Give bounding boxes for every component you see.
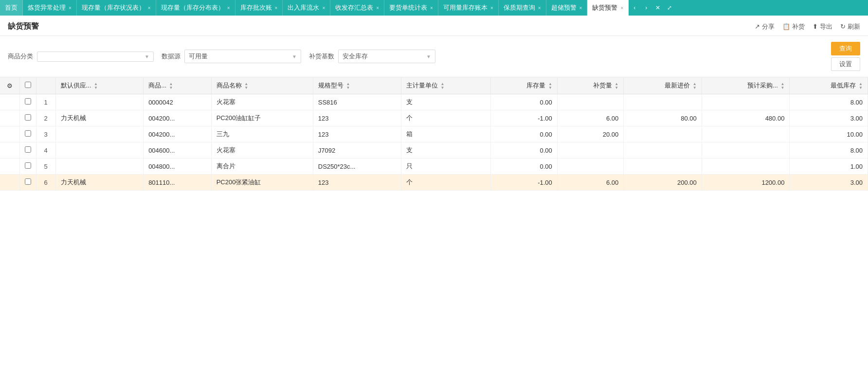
tab-order-stats[interactable]: 要货单统计表 × [384, 0, 438, 16]
col-min-stock[interactable]: 最低库存 ▲▼ [790, 77, 868, 94]
col-latest-price[interactable]: 最新进价 ▲▼ [624, 77, 702, 94]
row-checkbox-cell[interactable] [19, 94, 36, 110]
row-spec: 123 [313, 110, 401, 126]
table-header-row: ⚙ 默认供应... ▲▼ 商品... ▲▼ 商品名称 [0, 77, 868, 94]
row-unit: 箱 [401, 126, 491, 142]
row-latest-price: 80.00 [624, 110, 702, 126]
col-name[interactable]: 商品名称 ▲▼ [211, 77, 313, 94]
query-button[interactable]: 查询 [831, 42, 860, 55]
select-all-checkbox[interactable] [25, 82, 31, 88]
row-latest-price [624, 94, 702, 110]
latest-price-sort-icon[interactable]: ▲▼ [693, 82, 697, 90]
tab-stock-status[interactable]: 现存量（库存状况表） × [77, 0, 156, 16]
row-spec: 123 [313, 126, 401, 142]
table-container: ⚙ 默认供应... ▲▼ 商品... ▲▼ 商品名称 [0, 77, 868, 387]
tab-exception-close[interactable]: × [69, 5, 72, 11]
row-number: 3 [36, 126, 55, 142]
share-button[interactable]: ↗ 分享 [755, 22, 775, 31]
category-label: 商品分类 [8, 52, 33, 61]
replenish-button[interactable]: 📋 补货 [782, 22, 805, 31]
row-checkbox[interactable] [25, 146, 31, 153]
table-row: 4 004600... 火花塞 J7092 支 0.00 8.00 [0, 142, 868, 158]
row-checkbox-cell[interactable] [19, 126, 36, 142]
row-latest-price [624, 142, 702, 158]
tab-batch-account[interactable]: 库存批次账 × [235, 0, 283, 16]
tab-stock-status-close[interactable]: × [148, 5, 151, 11]
row-checkbox-cell[interactable] [19, 110, 36, 126]
row-checkbox-cell[interactable] [19, 142, 36, 158]
datasource-select[interactable]: 可用量 ▼ [184, 50, 301, 63]
row-checkbox[interactable] [25, 98, 31, 105]
tab-shortage[interactable]: 缺货预警 × [587, 0, 629, 16]
row-checkbox-cell[interactable] [19, 175, 36, 191]
row-code: 801110... [144, 175, 212, 191]
row-replenish [557, 158, 623, 175]
tab-home[interactable]: 首页 [0, 0, 23, 16]
tab-stock-dist-close[interactable]: × [227, 5, 230, 11]
row-name: 三九 [211, 126, 313, 142]
row-supplier: 力天机械 [55, 175, 144, 191]
tab-order-stats-close[interactable]: × [430, 5, 433, 11]
est-purchase-sort-icon[interactable]: ▲▼ [780, 82, 784, 90]
tab-maximize[interactable]: ⤢ [664, 0, 675, 16]
unit-sort-icon[interactable]: ▲▼ [440, 82, 444, 90]
tab-scroll-right[interactable]: › [640, 0, 652, 16]
tab-batch-account-close[interactable]: × [275, 5, 278, 11]
col-estimated-purchase[interactable]: 预计采购... ▲▼ [702, 77, 790, 94]
settings-button[interactable]: 设置 [831, 57, 860, 71]
row-replenish: 6.00 [557, 175, 623, 191]
refresh-button[interactable]: ↻ 刷新 [840, 22, 860, 31]
export-button[interactable]: ⬆ 导出 [813, 22, 832, 31]
row-number: 1 [36, 94, 55, 110]
col-replenish[interactable]: 补货量 ▲▼ [557, 77, 623, 94]
replenish-base-select[interactable]: 安全库存 ▼ [338, 50, 435, 63]
tab-close-all[interactable]: ✕ [652, 0, 664, 16]
col-unit[interactable]: 主计量单位 ▲▼ [401, 77, 491, 94]
row-checkbox-cell[interactable] [19, 158, 36, 175]
tab-inout-flow[interactable]: 出入库流水 × [283, 0, 330, 16]
tab-shortage-close[interactable]: × [620, 5, 623, 11]
replenish-sort-icon[interactable]: ▲▼ [615, 82, 618, 90]
row-checkbox[interactable] [25, 130, 31, 137]
datasource-chevron-icon: ▼ [292, 54, 297, 59]
tab-stock-dist[interactable]: 现存量（库存分布表） × [156, 0, 235, 16]
stock-sort-icon[interactable]: ▲▼ [548, 82, 552, 90]
tab-expiry[interactable]: 保质期查询 × [499, 0, 546, 16]
code-sort-icon[interactable]: ▲▼ [169, 82, 173, 90]
name-sort-icon[interactable]: ▲▼ [244, 82, 248, 90]
category-filter-group: 商品分类 ▼ [8, 52, 154, 62]
tab-inout-flow-close[interactable]: × [322, 5, 325, 11]
row-supplier [55, 94, 144, 110]
col-supplier[interactable]: 默认供应... ▲▼ [55, 77, 144, 94]
row-unit: 支 [401, 94, 491, 110]
tab-collect-summary[interactable]: 收发存汇总表 × [330, 0, 384, 16]
col-code[interactable]: 商品... ▲▼ [144, 77, 212, 94]
share-icon: ↗ [755, 23, 760, 30]
tab-available-ledger[interactable]: 可用量库存账本 × [438, 0, 499, 16]
category-select[interactable]: ▼ [37, 52, 154, 62]
spec-sort-icon[interactable]: ▲▼ [346, 82, 350, 90]
row-number: 4 [36, 142, 55, 158]
row-checkbox[interactable] [25, 162, 31, 169]
table-body: 1 0000042 火花塞 SS816 支 0.00 8.00 2 力天机械 0… [0, 94, 868, 191]
tab-scroll-left[interactable]: ‹ [629, 0, 640, 16]
row-name: 离合片 [211, 158, 313, 175]
tab-overstock[interactable]: 超储预警 × [546, 0, 588, 16]
row-checkbox[interactable] [25, 178, 31, 185]
row-min-stock: 3.00 [790, 110, 868, 126]
tab-overstock-close[interactable]: × [579, 5, 582, 11]
row-spec: SS816 [313, 94, 401, 110]
tab-available-ledger-close[interactable]: × [490, 5, 493, 11]
row-estimated-purchase [702, 126, 790, 142]
min-stock-sort-icon[interactable]: ▲▼ [859, 82, 863, 90]
row-latest-price: 200.00 [624, 175, 702, 191]
row-checkbox[interactable] [25, 114, 31, 121]
tab-collect-summary-close[interactable]: × [376, 5, 379, 11]
tab-expiry-close[interactable]: × [538, 5, 541, 11]
tab-exception[interactable]: 炼货异常处理 × [23, 0, 77, 16]
supplier-sort-icon[interactable]: ▲▼ [94, 82, 98, 90]
col-gear[interactable]: ⚙ [0, 77, 19, 94]
col-stock[interactable]: 库存量 ▲▼ [491, 77, 557, 94]
col-checkbox[interactable] [19, 77, 36, 94]
col-spec[interactable]: 规格型号 ▲▼ [313, 77, 401, 94]
